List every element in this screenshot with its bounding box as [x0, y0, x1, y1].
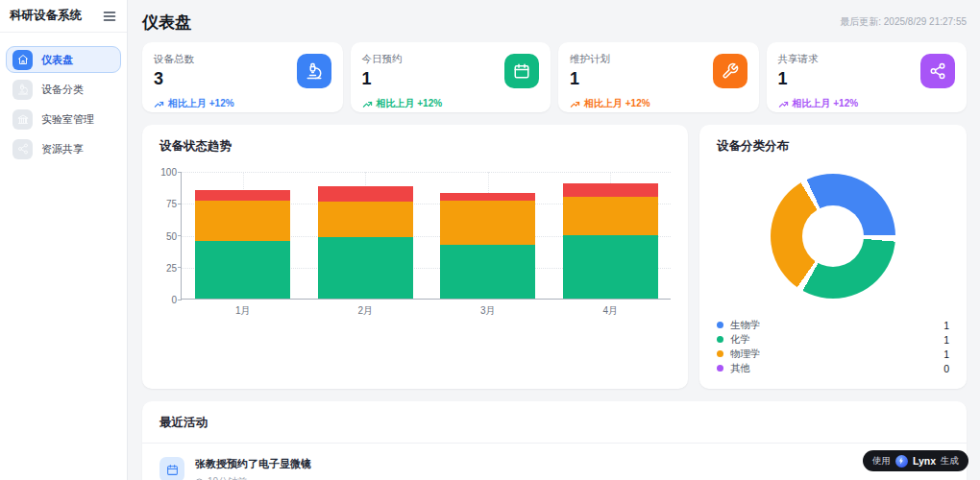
legend-dot: [717, 336, 723, 343]
dashboard-page: 科研设备系统 仪表盘设备分类实验室管理资源共享 仪表盘 最后更新: 2025/8…: [0, 0, 980, 480]
bar-chart-plot: 02550751001月2月3月4月: [181, 172, 671, 300]
lynx-badge-suffix: 生成: [941, 455, 959, 468]
legend-label: 生物学: [730, 319, 761, 332]
page-header: 仪表盘 最后更新: 2025/8/29 21:27:55: [142, 10, 967, 35]
activity-list: 张教授预约了电子显微镜10分钟前: [142, 444, 967, 480]
bar-segment-green-segment: [563, 235, 658, 300]
app-title: 科研设备系统: [10, 8, 82, 24]
legend-item-生物学[interactable]: 生物学1: [717, 318, 949, 332]
stat-trend: 相比上月 +12%: [778, 97, 956, 110]
stat-cards-row: 设备总数3相比上月 +12%今日预约1相比上月 +12%维护计划1相比上月 +1…: [142, 42, 967, 112]
y-axis-label: 75: [158, 199, 177, 209]
stat-trend: 相比上月 +12%: [154, 97, 331, 110]
legend-item-其他[interactable]: 其他0: [717, 361, 949, 375]
microscope-icon: [12, 80, 33, 100]
stat-trend-text: 相比上月 +12%: [793, 97, 859, 110]
bar-segment-green-segment: [440, 245, 535, 299]
legend-value: 1: [943, 348, 949, 360]
activity-item[interactable]: 张教授预约了电子显微镜10分钟前: [142, 444, 967, 480]
stat-trend-text: 相比上月 +12%: [168, 97, 234, 110]
stat-card-设备总数[interactable]: 设备总数3相比上月 +12%: [142, 42, 343, 112]
legend-label: 化学: [730, 333, 750, 347]
bar-segment-orange-segment: [563, 197, 658, 235]
home-icon: [12, 50, 33, 70]
y-axis-label: 100: [158, 167, 177, 178]
stat-trend: 相比上月 +12%: [362, 97, 540, 110]
trend-up-icon: [778, 99, 789, 109]
main-content: 仪表盘 最后更新: 2025/8/29 21:27:55 设备总数3相比上月 +…: [128, 0, 980, 480]
equipment-status-trend-card: 设备状态趋势 02550751001月2月3月4月: [142, 125, 688, 389]
y-axis-label: 25: [158, 262, 177, 273]
stat-trend-text: 相比上月 +12%: [377, 97, 443, 110]
trend-up-icon: [362, 99, 373, 109]
bar-segment-red-segment: [563, 183, 658, 196]
y-axis-tick: [178, 235, 182, 236]
sidebar-header: 科研设备系统: [0, 0, 127, 33]
bar-segment-orange-segment: [318, 202, 413, 237]
stat-card-今日预约[interactable]: 今日预约1相比上月 +12%: [351, 42, 551, 112]
bar-segment-red-segment: [195, 190, 290, 201]
bar-segment-orange-segment: [195, 201, 290, 242]
x-axis-label: 3月: [459, 304, 517, 318]
y-axis-label: 0: [158, 295, 177, 305]
page-title: 仪表盘: [142, 12, 191, 34]
sidebar-item-label: 仪表盘: [41, 53, 73, 67]
x-axis-label: 4月: [581, 304, 639, 318]
stat-card-共享请求[interactable]: 共享请求1相比上月 +12%: [767, 42, 968, 112]
legend-value: 1: [943, 320, 949, 331]
charts-row: 设备状态趋势 02550751001月2月3月4月 设备分类分布 生物学1化学1…: [142, 125, 967, 389]
sidebar-item-资源共享[interactable]: 资源共享: [6, 135, 121, 162]
stat-trend: 相比上月 +12%: [570, 97, 747, 110]
y-axis-tick: [178, 300, 182, 300]
microscope-icon: [297, 54, 331, 88]
sidebar-item-label: 资源共享: [41, 142, 84, 156]
donut-chart-title: 设备分类分布: [717, 138, 949, 155]
lab-building-icon: [12, 109, 33, 130]
recent-activity-title: 最近活动: [159, 415, 949, 431]
sidebar: 科研设备系统 仪表盘设备分类实验室管理资源共享: [0, 0, 128, 480]
wrench-icon: [713, 54, 747, 88]
donut-chart: [771, 174, 895, 299]
activity-text: 张教授预约了电子显微镜10分钟前: [195, 457, 311, 480]
last-updated-text: 最后更新: 2025/8/29 21:27:55: [840, 15, 967, 29]
bar-segment-red-segment: [318, 186, 413, 202]
y-axis-tick: [178, 172, 182, 173]
bar-segment-green-segment: [195, 241, 290, 299]
donut-hole: [802, 205, 864, 267]
y-axis-label: 50: [158, 230, 177, 241]
hamburger-icon[interactable]: [102, 9, 117, 24]
legend-item-物理学[interactable]: 物理学1: [717, 347, 949, 361]
calendar-icon: [504, 54, 539, 88]
sidebar-item-label: 设备分类: [41, 83, 84, 97]
bar-segment-green-segment: [318, 237, 413, 299]
x-axis-label: 2月: [336, 304, 394, 318]
legend-value: 1: [943, 334, 949, 346]
activity-time: 10分钟前: [195, 475, 311, 480]
legend-item-化学[interactable]: 化学1: [717, 332, 949, 347]
trend-up-icon: [570, 99, 580, 109]
lynx-badge-brand: Lynx: [913, 455, 936, 467]
sidebar-item-仪表盘[interactable]: 仪表盘: [6, 46, 121, 73]
share-icon: [920, 54, 955, 88]
calendar-icon: [159, 457, 184, 480]
activity-time-text: 10分钟前: [208, 475, 247, 480]
bar-segment-orange-segment: [440, 201, 535, 246]
lynx-badge[interactable]: 使用 Lynx 生成: [863, 450, 968, 471]
y-axis-tick: [178, 204, 182, 204]
bar-chart: 02550751001月2月3月4月: [159, 172, 671, 364]
sidebar-item-实验室管理[interactable]: 实验室管理: [6, 106, 121, 132]
stat-trend-text: 相比上月 +12%: [584, 97, 650, 110]
bar-segment-red-segment: [440, 193, 535, 201]
y-gridline: [182, 172, 671, 173]
trend-up-icon: [154, 99, 164, 109]
recent-activity-card: 最近活动 张教授预约了电子显微镜10分钟前: [142, 401, 967, 480]
legend-dot: [717, 365, 723, 372]
sidebar-item-label: 实验室管理: [41, 112, 94, 127]
activity-title: 张教授预约了电子显微镜: [195, 457, 311, 471]
share-icon: [12, 139, 33, 159]
sidebar-item-设备分类[interactable]: 设备分类: [6, 76, 121, 103]
stat-card-维护计划[interactable]: 维护计划1相比上月 +12%: [558, 42, 759, 112]
legend-value: 0: [943, 363, 949, 374]
lynx-badge-prefix: 使用: [872, 455, 891, 468]
x-axis-label: 1月: [214, 304, 272, 318]
